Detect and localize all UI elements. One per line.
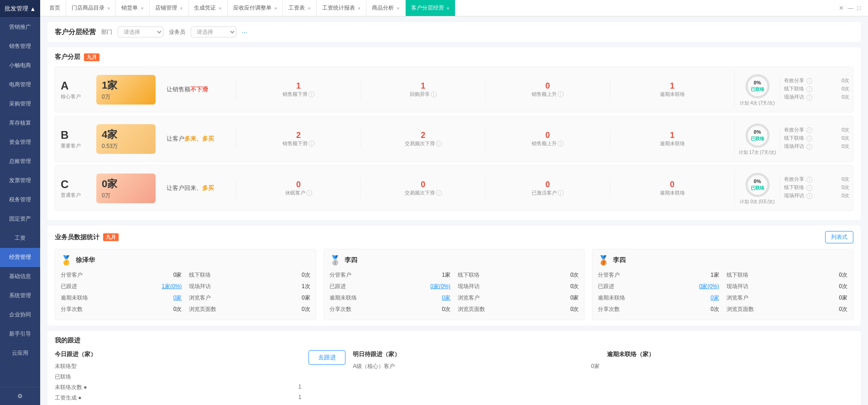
person-stat-row: 现场拜访0次 [727,282,847,291]
sidebar-item-电商管理[interactable]: 电商管理 [0,75,40,95]
person-stat-row: 分享次数0次 [61,305,182,314]
sidebar-top-item[interactable]: 批发管理 ▲ [0,0,40,18]
person-stat-value[interactable]: 0家 [711,294,719,302]
tab-门店商品目录[interactable]: 门店商品目录× [66,0,116,16]
sidebar-item-税务管理[interactable]: 税务管理 [0,190,40,210]
follow-row-value: 1 [298,394,302,402]
tier-stats-C: 0休眠客户i0交易频次下滑i0已激活客户i0逾期未联络 [236,178,734,198]
info-icon[interactable]: i [436,141,442,147]
tab-首页[interactable]: 首页 [44,0,66,16]
tab-maximize-icon[interactable]: □ [857,5,861,11]
circle-wrap: 0% 已联络 [744,73,771,100]
sidebar-top-arrow: ▲ [30,5,36,12]
person-stat-label: 浏览客户 [189,294,211,302]
list-view-btn[interactable]: 列表式 [825,231,853,243]
sidebar-item-营销推广[interactable]: 营销推广 [0,18,40,37]
tab-销货单[interactable]: 销货单× [116,0,149,16]
stat-item: 0休眠客户i [236,178,361,198]
person-stat-value: 0次 [570,305,579,313]
right-stat-info[interactable]: i [806,127,812,133]
right-stat-info[interactable]: i [806,136,812,142]
sidebar-item-经营管理[interactable]: 经营管理 [0,248,40,267]
right-stat-info[interactable]: i [806,86,812,92]
right-stat-value: 0次 [842,85,849,92]
go-follow-btn[interactable]: 去跟进 [309,350,345,365]
person-stats-grid: 分管客户0家线下联络0次已跟进1家(0%)现场拜访1次逾期未联络0家浏览客户0家… [61,270,310,314]
tab-店铺管理[interactable]: 店铺管理× [150,0,188,16]
person-stat-value: 0家 [570,294,579,302]
person-stat-value[interactable]: 0家(0%) [699,283,719,290]
tab-商品分析[interactable]: 商品分析× [366,0,405,16]
tab-close-商品分析[interactable]: × [397,5,399,11]
sidebar-item-资金管理[interactable]: 资金管理 [0,133,40,152]
stat-label: 销售额下滑i [282,91,314,98]
more-filter-btn[interactable]: ··· [242,28,247,36]
stat-count: 0 [545,131,550,140]
sales-select[interactable]: 请选择 [191,26,236,37]
right-stat-info[interactable]: i [806,78,812,84]
sidebar-item-小畅电商[interactable]: 小畅电商 [0,56,40,75]
tab-close-客户分层经营[interactable]: × [447,5,450,11]
tab-minimize-icon[interactable]: — [847,5,853,11]
sidebar-item-库存核算[interactable]: 库存核算 [0,114,40,133]
right-stat-info[interactable]: i [806,144,812,150]
dept-select[interactable]: 请选择 [118,26,163,37]
tab-工资表[interactable]: 工资表× [283,0,316,16]
person-stat-value[interactable]: 0家(0%) [430,283,450,290]
person-name: 徐泽华 [76,256,95,264]
sidebar-top-label: 批发管理 [5,5,28,13]
month-badge: 九月 [84,53,99,61]
stat-label: 回购异常i [410,91,437,98]
sidebar-item-云应用[interactable]: 云应用 [0,344,40,363]
stat-item: 0交易频次下滑i [361,178,485,198]
sidebar-item-发票管理[interactable]: 发票管理 [0,171,40,190]
person-stat-value[interactable]: 1家(0%) [162,283,182,290]
sidebar-item-企业协同[interactable]: 企业协同 [0,305,40,325]
sidebar-item-基础信息[interactable]: 基础信息 [0,267,40,286]
tab-close-店铺管理[interactable]: × [180,5,183,11]
right-stat-info[interactable]: i [806,185,812,191]
tab-生成凭证[interactable]: 生成凭证× [188,0,227,16]
main-area: 首页门店商品目录×销货单×店铺管理×生成凭证×应收应付调整单×工资表×工资统计报… [40,0,868,405]
right-stat-label: 现场拜访 i [784,143,812,150]
tab-客户分层经营[interactable]: 客户分层经营× [406,0,455,16]
info-icon[interactable]: i [306,190,312,196]
info-icon[interactable]: i [309,141,314,147]
stat-count: 0 [545,180,550,189]
tab-工资统计报表[interactable]: 工资统计报表× [317,0,366,16]
sidebar-item-总账管理[interactable]: 总账管理 [0,152,40,171]
right-stat-info[interactable]: i [806,177,812,183]
tab-close-销货单[interactable]: × [141,5,143,11]
person-stat-row: 分管客户0家 [61,270,182,280]
tab-close-all-icon[interactable]: ✕ [839,5,844,11]
tab-应收应付调整单[interactable]: 应收应付调整单× [228,0,283,16]
sidebar-settings[interactable]: ⚙ [0,387,40,405]
sidebar-item-系统管理[interactable]: 系统管理 [0,286,40,305]
info-icon[interactable]: i [558,141,564,147]
tab-close-应收应付调整单[interactable]: × [274,5,277,11]
tab-bar-actions[interactable]: ✕ — □ [835,5,864,11]
info-icon[interactable]: i [436,190,442,196]
tab-close-工资表[interactable]: × [308,5,310,11]
sidebar-item-固定资产[interactable]: 固定资产 [0,210,40,229]
tab-close-门店商品目录[interactable]: × [107,5,110,11]
sidebar-item-工资[interactable]: 工资 [0,229,40,248]
right-stat-info[interactable]: i [806,193,812,199]
person-stat-label: 分管客户 [598,271,620,279]
sidebar-item-采购管理[interactable]: 采购管理 [0,95,40,114]
tab-close-工资统计报表[interactable]: × [358,5,361,11]
right-stat-info[interactable]: i [806,95,812,100]
info-icon[interactable]: i [431,91,437,97]
info-icon[interactable]: i [558,190,564,196]
tab-close-生成凭证[interactable]: × [219,5,221,11]
info-icon[interactable]: i [309,91,314,97]
person-stat-value[interactable]: 0家 [442,294,450,302]
sidebar-item-新手引导[interactable]: 新手引导 [0,325,40,344]
sidebar-item-销售管理[interactable]: 销售管理 [0,37,40,56]
person-stat-value: 0次 [711,305,719,313]
stat-count: 0 [421,180,425,189]
person-stat-label: 现场拜访 [727,283,748,290]
person-stat-value[interactable]: 0家 [173,294,182,302]
stat-label: 销售额上升i [532,140,564,147]
info-icon[interactable]: i [558,91,564,97]
